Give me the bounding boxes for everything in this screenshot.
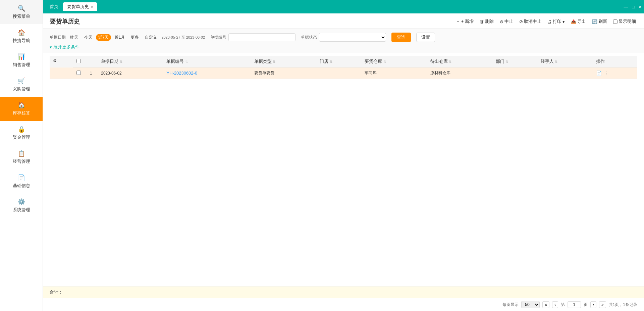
prev-page-button[interactable]: ‹ bbox=[552, 301, 558, 308]
date-more[interactable]: 更多 bbox=[128, 34, 141, 41]
row-view-icon[interactable]: 📄 bbox=[596, 71, 602, 76]
th-handler[interactable]: 经手人 ⇅ bbox=[537, 56, 593, 68]
page-size-select[interactable]: 50 100 bbox=[521, 301, 540, 308]
print-icon: 🖨 bbox=[547, 19, 552, 24]
sidebar-item-label: 销售管理 bbox=[13, 62, 30, 68]
first-page-button[interactable]: « bbox=[542, 301, 549, 308]
status-select[interactable] bbox=[319, 33, 386, 42]
sidebar-item-label: 资金管理 bbox=[13, 134, 30, 140]
last-page-button[interactable]: » bbox=[599, 301, 606, 308]
store-sort-icon: ⇅ bbox=[330, 60, 332, 63]
row-action: 📄 ⋮ bbox=[593, 68, 637, 79]
settings-button[interactable]: 设置 bbox=[416, 33, 435, 42]
finance-icon: 🔒 bbox=[18, 126, 25, 133]
sidebar-item-inventory[interactable]: 🏠 库存核算 bbox=[0, 97, 43, 121]
date-today[interactable]: 今天 bbox=[82, 34, 95, 41]
row-store bbox=[316, 68, 361, 79]
th-date[interactable]: 单据日期 ⇅ bbox=[98, 56, 163, 68]
billtype-sort-icon: ⇅ bbox=[273, 60, 275, 63]
page-number-input[interactable] bbox=[568, 301, 581, 308]
sidebar-item-purchase[interactable]: 🛒 采购管理 bbox=[0, 73, 43, 97]
row-more-icon[interactable]: ⋮ bbox=[604, 71, 608, 76]
sidebar-item-label: 经营管理 bbox=[13, 159, 30, 165]
export-button[interactable]: 📤 导出 bbox=[570, 18, 587, 25]
th-store[interactable]: 门店 ⇅ bbox=[316, 56, 361, 68]
sidebar-item-basic[interactable]: 📄 基础信息 bbox=[0, 169, 43, 193]
th-bill-no[interactable]: 单据编号 ⇅ bbox=[163, 56, 251, 68]
sidebar-item-label: 采购管理 bbox=[13, 86, 30, 92]
topbar: 首页 要货单历史 × — □ × bbox=[43, 0, 644, 13]
row-bill-type: 要货单要货 bbox=[251, 68, 316, 79]
stop-icon: ⊘ bbox=[500, 19, 503, 24]
expand-down-icon: ▾ bbox=[50, 45, 52, 50]
row-settings-cell bbox=[50, 68, 73, 79]
pendingwh-sort-icon: ⇅ bbox=[449, 60, 451, 63]
status-label: 单据状态 bbox=[301, 35, 317, 40]
export-icon: 📤 bbox=[571, 19, 576, 24]
sidebar-item-operation[interactable]: 📋 经营管理 bbox=[0, 145, 43, 169]
tab-home-label: 首页 bbox=[50, 4, 58, 10]
total-info: 共1页，1条记录 bbox=[609, 302, 637, 308]
window-maximize[interactable]: □ bbox=[632, 4, 635, 9]
row-checkbox[interactable] bbox=[76, 71, 81, 75]
refresh-button[interactable]: 🔄 刷新 bbox=[591, 18, 608, 25]
sidebar-item-label: 基础信息 bbox=[13, 183, 30, 189]
date-custom[interactable]: 自定义 bbox=[143, 34, 159, 41]
th-pending-warehouse[interactable]: 待出仓库 ⇅ bbox=[427, 56, 492, 68]
th-bill-type[interactable]: 单据类型 ⇅ bbox=[251, 56, 316, 68]
print-button[interactable]: 🖨 打印 ▾ bbox=[546, 18, 566, 25]
page-size-label: 每页显示 bbox=[502, 302, 519, 308]
stop-button[interactable]: ⊘ 中止 bbox=[498, 18, 515, 25]
bill-no-input[interactable] bbox=[228, 33, 296, 41]
date-1month[interactable]: 近1月 bbox=[112, 34, 127, 41]
search-icon: 🔍 bbox=[18, 5, 25, 12]
billno-sort-icon: ⇅ bbox=[185, 60, 188, 63]
th-req-warehouse[interactable]: 要货仓库 ⇅ bbox=[361, 56, 427, 68]
sidebar-item-label: 库存核算 bbox=[13, 110, 30, 116]
th-department[interactable]: 部门 ⇅ bbox=[492, 56, 537, 68]
select-all-checkbox[interactable] bbox=[76, 59, 81, 63]
delete-button[interactable]: 🗑 删除 bbox=[478, 18, 495, 25]
sidebar-item-label: 快捷导航 bbox=[13, 38, 30, 44]
total-label: 合计： bbox=[50, 290, 63, 295]
th-settings[interactable]: ⚙ bbox=[50, 56, 60, 66]
date-range-buttons: 昨天 今天 近7天 近1月 更多 自定义 bbox=[68, 34, 159, 41]
window-minimize[interactable]: — bbox=[624, 4, 628, 9]
date-display: 2023-05-27 至 2023-06-02 bbox=[161, 35, 205, 40]
cancel-stop-button[interactable]: ⊘ 取消中止 bbox=[518, 18, 543, 25]
show-detail-checkbox[interactable] bbox=[613, 19, 618, 24]
date-7days[interactable]: 近7天 bbox=[96, 34, 111, 41]
system-icon: ⚙️ bbox=[18, 198, 25, 206]
show-detail-toggle[interactable]: 显示明细 bbox=[612, 18, 637, 25]
window-close[interactable]: × bbox=[639, 4, 641, 9]
bill-no-label: 单据编号 bbox=[210, 35, 226, 40]
toolbar: ＋ + 新增 🗑 删除 ⊘ 中止 ⊘ 取消中止 🖨 打印 bbox=[454, 18, 637, 25]
next-page-button[interactable]: › bbox=[590, 301, 596, 308]
sidebar-item-shortcut[interactable]: 🏠 快捷导航 bbox=[0, 24, 43, 48]
new-button[interactable]: ＋ + 新增 bbox=[454, 18, 475, 25]
data-table: ⚙ 单据日期 ⇅ 单据编号 ⇅ bbox=[50, 56, 637, 79]
tab-close-icon[interactable]: × bbox=[91, 5, 93, 9]
th-action: 操作 bbox=[593, 56, 637, 68]
sidebar-item-system[interactable]: ⚙️ 系统管理 bbox=[0, 193, 43, 218]
row-checkbox-cell[interactable] bbox=[73, 68, 84, 79]
date-yesterday[interactable]: 昨天 bbox=[68, 34, 80, 41]
sidebar-item-search[interactable]: 🔍 搜索菜单 bbox=[0, 0, 43, 24]
purchase-icon: 🛒 bbox=[18, 77, 25, 85]
expand-filter-button[interactable]: ▾ 展开更多条件 bbox=[50, 44, 637, 50]
pagination: 每页显示 50 100 « ‹ 第 页 › » 共1页，1条记录 bbox=[43, 298, 644, 311]
cancel-stop-icon: ⊘ bbox=[519, 19, 523, 24]
footer-total: 合计： bbox=[43, 286, 644, 298]
tab-active[interactable]: 要货单历史 × bbox=[63, 2, 97, 11]
inventory-icon: 🏠 bbox=[18, 101, 25, 109]
date-sort-icon: ⇅ bbox=[120, 60, 122, 63]
sidebar-item-sales[interactable]: 📊 销售管理 bbox=[0, 48, 43, 73]
tab-home[interactable]: 首页 bbox=[46, 2, 62, 11]
filter-area: 单据日期 昨天 今天 近7天 近1月 更多 自定义 2023-05-27 至 2… bbox=[43, 29, 644, 53]
sidebar-item-finance[interactable]: 🔒 资金管理 bbox=[0, 121, 43, 145]
query-button[interactable]: 查询 bbox=[391, 33, 411, 42]
filter-row: 单据日期 昨天 今天 近7天 近1月 更多 自定义 2023-05-27 至 2… bbox=[50, 33, 637, 42]
row-req-warehouse: 车间库 bbox=[361, 68, 427, 79]
row-bill-no[interactable]: YH-20230602-0 bbox=[163, 68, 251, 79]
page-label: 第 bbox=[561, 302, 565, 308]
